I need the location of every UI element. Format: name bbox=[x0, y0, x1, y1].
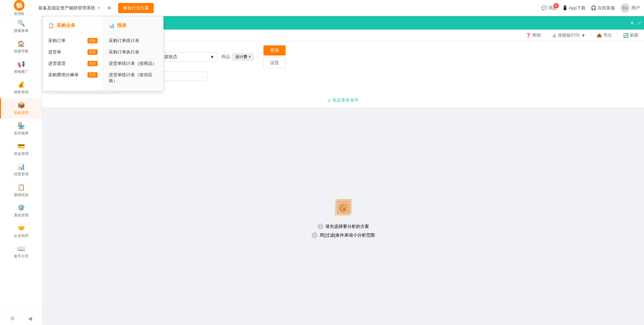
app-download-btn[interactable]: 📱 App下载 bbox=[562, 5, 585, 11]
dropdown-left-col: 📋 采购业务 采购订单历史进货单历史进货退货历史采购费用分摊单历史 bbox=[43, 16, 103, 91]
dropdown-item-采购费用分摊单[interactable]: 采购费用分摊单历史 bbox=[43, 69, 103, 81]
user-menu-btn[interactable]: Ea 用户 bbox=[620, 3, 640, 13]
history-badge: 历史 bbox=[87, 38, 98, 43]
dropdown-item-进货单[interactable]: 进货单历史 bbox=[43, 46, 103, 58]
dropdown-divider-right bbox=[109, 32, 158, 32]
purchase-biz-icon: 📋 bbox=[48, 23, 54, 28]
headset-icon: 🎧 bbox=[591, 5, 596, 10]
user-avatar: Ea bbox=[620, 3, 630, 13]
dropdown-item-label: 采购订单 bbox=[48, 38, 66, 44]
report-icon: 📊 bbox=[109, 23, 114, 28]
logo-icon: 畅 bbox=[14, 0, 25, 11]
phone-icon: 📱 bbox=[562, 5, 568, 10]
dropdown-item-采购订单[interactable]: 采购订单历史 bbox=[43, 35, 103, 46]
dropdown-right-header: 📊 报表 bbox=[103, 21, 164, 32]
dropdown-item-label: 进货退货 bbox=[48, 60, 66, 67]
message-icon: 💬 bbox=[541, 5, 547, 10]
dropdown-left-header: 📋 采购业务 bbox=[43, 21, 103, 32]
dropdown-right-col: 📊 报表 采购订单统计表采购订单执行表进货单统计表（按商品）进货单统计表（按供应… bbox=[103, 16, 164, 91]
dropdown-right-item-进货单统计表-按商品-[interactable]: 进货单统计表（按商品） bbox=[103, 58, 164, 69]
purchase-dropdown-menu: 📋 采购业务 采购订单历史进货单历史进货退货历史采购费用分摊单历史 📊 报表 采… bbox=[42, 16, 164, 91]
dropdown-right-item-采购订单统计表[interactable]: 采购订单统计表 bbox=[103, 35, 164, 46]
history-badge: 历史 bbox=[87, 61, 98, 66]
message-btn[interactable]: 💬 消息 5 bbox=[541, 5, 557, 11]
dropdown-divider-left bbox=[48, 32, 98, 32]
dropdown-item-label: 进货单 bbox=[48, 49, 61, 55]
system-title[interactable]: 装备及固定资产辅助管理系统 ▼ bbox=[38, 5, 101, 11]
dropdown-item-label: 采购费用分摊单 bbox=[48, 72, 79, 78]
logo-subtext: 标准版 bbox=[14, 11, 24, 16]
industry-button[interactable]: 体验行业方案 bbox=[118, 3, 154, 13]
dropdown-right-item-进货单统计表-按供应商-[interactable]: 进货单统计表（按供应商） bbox=[103, 69, 164, 87]
history-badge: 历史 bbox=[87, 72, 98, 78]
dropdown-right-item-采购订单执行表[interactable]: 采购订单执行表 bbox=[103, 46, 164, 58]
message-badge: 5 bbox=[553, 3, 559, 8]
history-badge: 历史 bbox=[87, 49, 98, 55]
logo-area: 畅 标准版 bbox=[4, 0, 34, 16]
settings-icon-btn[interactable]: ⚙ bbox=[105, 3, 114, 13]
online-service-btn[interactable]: 🎧 在线客服 bbox=[591, 5, 615, 11]
dropdown-item-进货退货[interactable]: 进货退货历史 bbox=[43, 58, 103, 69]
system-title-text: 装备及固定资产辅助管理系统 bbox=[38, 5, 95, 11]
title-dropdown-arrow[interactable]: ▼ bbox=[97, 6, 101, 10]
top-right-area: 💬 消息 5 📱 App下载 🎧 在线客服 Ea 用户 bbox=[541, 3, 640, 13]
